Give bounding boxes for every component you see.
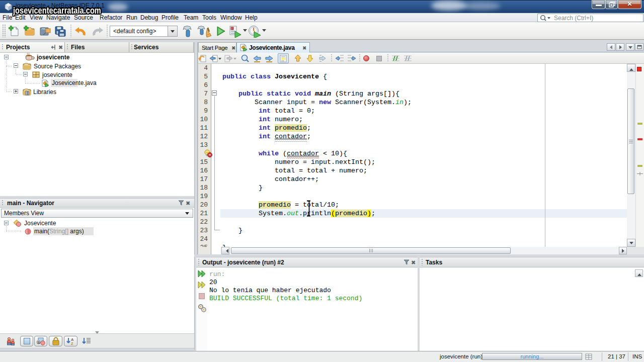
svg-text:S: S — [37, 340, 40, 345]
svg-text:Z: Z — [71, 341, 73, 345]
